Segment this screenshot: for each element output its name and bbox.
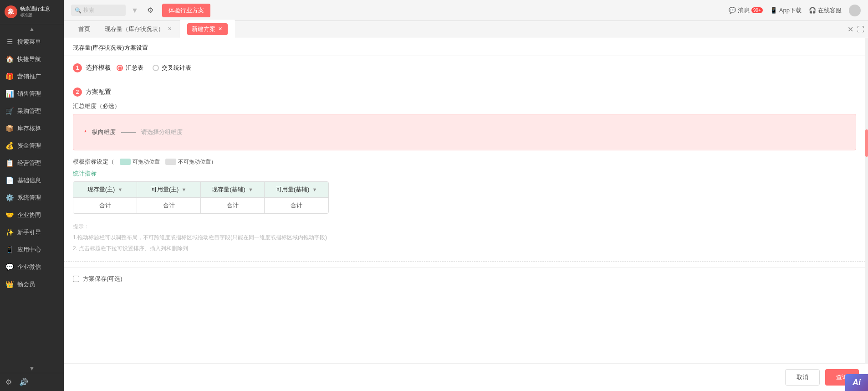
sidebar-item-label: 系统管理 [17,194,41,202]
tabbar-right-actions: ✕ ⛶ [848,25,868,34]
new-scheme-close[interactable]: ✕ [217,26,223,32]
step1-badge: 1 [73,63,82,72]
clipboard-icon: 📋 [5,159,14,167]
dim-placeholder[interactable]: 请选择分组维度 [141,128,183,136]
stats-cell-2: 合计 [201,198,265,213]
settings-icon[interactable]: ⚙ [5,378,12,386]
sidebar-item-label: 企业微信 [17,263,41,271]
sidebar-item-label: 库存核算 [17,124,41,133]
sidebar-item-inventory[interactable]: 📦 库存核算 [0,120,64,137]
topbar-gear-icon[interactable]: ⚙ [144,4,157,17]
right-scroll-thumb[interactable] [865,129,868,157]
sidebar-item-operations[interactable]: 📋 经营管理 [0,154,64,172]
sidebar-item-corp[interactable]: 🤝 企业协同 [0,206,64,224]
sidebar-scroll-down[interactable]: ▼ [0,364,64,373]
section2-label: 方案配置 [86,88,111,96]
tab-inventory-close[interactable]: ✕ [167,26,173,32]
tab-new-scheme[interactable]: 新建方案 ✕ [180,20,235,40]
draggable-badge: 可拖动位置 [120,158,160,166]
home-icon: 🏠 [5,55,14,63]
sidebar-item-search-menu[interactable]: ☰ 搜索菜单 [0,33,64,51]
sidebar-item-quick-nav[interactable]: 🏠 快捷导航 [0,51,64,68]
sound-icon[interactable]: 🔊 [19,378,28,386]
stats-col-1-label: 可用量(主) [151,185,179,194]
sidebar-item-purchase[interactable]: 🛒 采购管理 [0,103,64,120]
stats-col-2-chevron[interactable]: ▼ [248,187,253,192]
sidebar-item-label: 搜索菜单 [17,38,41,46]
sidebar-item-app-center[interactable]: 📱 应用中心 [0,241,64,258]
search-bar[interactable]: 🔍 搜索 [71,5,126,16]
search-dropdown-icon: ▼ [131,6,138,15]
new-scheme-label: 新建方案 [192,25,215,33]
tab-close-all-icon[interactable]: ✕ [848,25,853,34]
sidebar-item-label: 经营管理 [17,159,41,167]
sidebar-scroll-up[interactable]: ▲ [0,24,64,33]
tab-inventory-status[interactable]: 现存量（库存状况表） ✕ [97,21,180,38]
box-icon: 📦 [5,124,14,133]
messages-badge: 99+ [751,7,763,13]
dimension-selection-box: * 纵向维度 —— 请选择分组维度 [73,114,856,150]
cart-icon: 🛒 [5,107,14,115]
stats-col-1-chevron[interactable]: ▼ [181,187,186,192]
sidebar-item-finance[interactable]: 💰 资金管理 [0,137,64,154]
save-checkbox[interactable] [73,276,79,282]
messages-button[interactable]: 💬 消息 99+ [729,6,763,15]
template-radio-group: 汇总表 交叉统计表 [117,64,191,72]
stats-col-0-label: 现存量(主) [87,185,115,194]
topbar: 🔍 搜索 ▼ ⚙ 体验行业方案 💬 消息 99+ 📱 App下载 🎧 在线客服 [64,0,868,21]
trial-industry-button[interactable]: 体验行业方案 [162,4,210,17]
tab-expand-icon[interactable]: ⛶ [857,26,864,34]
gear-icon: ⚙️ [5,194,14,202]
indicator-settings-label: 模板指标设定（ [73,158,114,166]
sidebar-item-sales[interactable]: 📊 销售管理 [0,85,64,103]
sidebar-item-label: 企业协同 [17,211,41,219]
ai-badge[interactable]: Ai [845,374,868,391]
tab-home[interactable]: 首页 [71,21,97,38]
customer-service-button[interactable]: 🎧 在线客服 [809,6,842,15]
sidebar-item-corp-wechat[interactable]: 💬 企业微信 [0,258,64,276]
radio-cross-circle [153,65,159,71]
draggable-label: 可拖动位置 [133,158,160,166]
dim-arrow: —— [121,128,136,136]
no-drag-indicator-icon [165,159,176,165]
sidebar-item-basic-info[interactable]: 📄 基础信息 [0,172,64,189]
action-bar: 取消 查询 [64,363,868,391]
section-2: 2 方案配置 汇总维度（必选） * 纵向维度 —— 请选择分组维度 [73,87,856,254]
doc-icon: 📄 [5,176,14,185]
app-download-button[interactable]: 📱 App下载 [770,6,802,15]
search-menu-icon: ☰ [5,38,14,46]
sidebar-item-system[interactable]: ⚙️ 系统管理 [0,189,64,206]
radio-cross[interactable]: 交叉统计表 [153,64,191,72]
vertical-dim-row: * 纵向维度 —— 请选择分组维度 [84,128,183,136]
page-title: 现存量(库存状况表)方案设置 [73,44,148,51]
radio-summary[interactable]: 汇总表 [117,64,143,72]
stats-col-0-chevron[interactable]: ▼ [117,187,123,192]
app-download-label: App下载 [779,6,802,15]
stats-col-1[interactable]: 可用量(主) ▼ [137,182,201,197]
sidebar-item-guide[interactable]: ✨ 新手引导 [0,224,64,241]
stats-col-2[interactable]: 现存量(基辅) ▼ [201,182,265,197]
save-label: 方案保存(可选) [83,275,123,283]
stats-cell-0: 合计 [73,198,137,213]
dimension-group-label: 汇总维度（必选） [73,102,856,110]
section-divider-1 [64,80,865,80]
customer-service-label: 在线客服 [818,6,842,15]
sidebar-item-member[interactable]: 👑 畅会员 [0,276,64,293]
radio-summary-circle [117,65,123,71]
stats-col-0[interactable]: 现存量(主) ▼ [73,182,137,197]
footer-section: 方案保存(可选) [64,267,865,290]
non-draggable-badge: 不可拖动位置） [165,158,216,166]
phone-download-icon: 📱 [770,7,777,14]
sidebar-bottom: ⚙ 🔊 [0,373,64,391]
stats-col-3[interactable]: 可用量(基辅) ▼ [265,182,328,197]
sidebar-item-marketing[interactable]: 🎁 营销推广 [0,68,64,85]
tip-1: 1.拖动标题栏可以调整布局，不可跨维度或指标区域拖动栏目字段(只能在同一维度或指… [73,232,856,243]
stats-col-3-chevron[interactable]: ▼ [312,187,317,192]
page-header: 现存量(库存状况表)方案设置 [64,38,865,56]
topbar-right: 💬 消息 99+ 📱 App下载 🎧 在线客服 [729,5,861,16]
new-scheme-tab[interactable]: 新建方案 ✕ [187,23,228,35]
user-avatar[interactable] [849,5,861,16]
tips-section: 提示： 1.拖动标题栏可以调整布局，不可跨维度或指标区域拖动栏目字段(只能在同一… [73,221,856,254]
sidebar-item-label: 采购管理 [17,107,41,115]
cancel-button[interactable]: 取消 [785,369,820,386]
